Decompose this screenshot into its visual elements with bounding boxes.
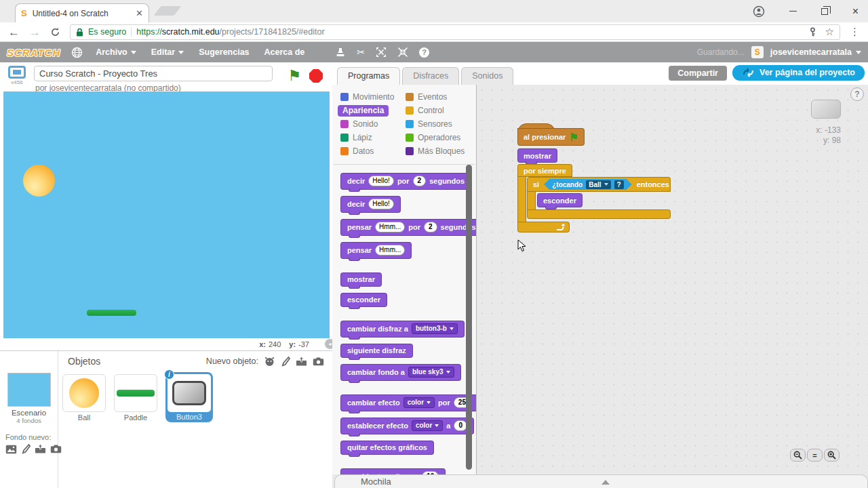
block-por-siempre[interactable]: por siempre	[517, 164, 572, 177]
minimize-icon[interactable]	[789, 11, 797, 12]
sprite-tile-ball[interactable]: Ball	[62, 374, 106, 422]
category-movimiento[interactable]: Movimiento	[340, 90, 406, 104]
block-input[interactable]: Hmm...	[375, 222, 405, 232]
menu-dots-icon[interactable]: ⋮	[850, 26, 860, 38]
category-datos[interactable]: Datos	[340, 144, 406, 158]
block-label: mostrar	[347, 275, 375, 283]
green-flag-icon[interactable]: ⚑	[288, 68, 301, 83]
block-mostrar[interactable]: mostrar	[517, 148, 557, 163]
block-input[interactable]: Hello!	[368, 176, 394, 186]
palette-block[interactable]: establecer efectocolora0	[340, 418, 474, 434]
palette-scrollbar[interactable]	[466, 165, 472, 470]
palette-block[interactable]: mostrar	[340, 272, 382, 287]
palette-block[interactable]: cambiar fondo ablue sky3	[340, 364, 461, 381]
profile-icon[interactable]	[753, 5, 765, 18]
category-control[interactable]: Control	[406, 104, 473, 117]
restore-icon[interactable]	[821, 8, 828, 15]
delete-scissors-icon[interactable]: ✂	[357, 47, 365, 58]
block-input[interactable]: Hmm...	[375, 245, 405, 256]
camera-icon[interactable]	[313, 357, 324, 366]
palette-block[interactable]: siguiente disfraz	[340, 344, 413, 358]
project-title-input[interactable]	[34, 66, 273, 81]
paintbrush-icon[interactable]	[281, 357, 290, 367]
stage[interactable]	[3, 92, 330, 338]
block-si-entonces[interactable]: si ¿tocando Ball ? entonces	[527, 177, 671, 192]
upload-icon[interactable]	[296, 357, 307, 367]
block-dropdown[interactable]: color	[403, 397, 435, 408]
backdrop-library-icon[interactable]	[5, 445, 17, 454]
bookmark-star-icon[interactable]: ☆	[825, 26, 834, 38]
palette-block[interactable]: decirHello!	[340, 196, 401, 213]
address-bar[interactable]: Es seguro https://scratch.mit.edu/projec…	[70, 24, 840, 40]
block-input[interactable]: 2	[413, 176, 427, 186]
menu-sugerencias[interactable]: Sugerencias	[199, 47, 249, 57]
sprite-tile-paddle[interactable]: Paddle	[114, 374, 157, 422]
stage-sprite-ball[interactable]	[23, 165, 55, 197]
fullscreen-button[interactable]: v456	[7, 66, 27, 85]
new-sprite-library-icon[interactable]	[264, 357, 275, 367]
paintbrush-icon[interactable]	[21, 444, 31, 454]
category-sensores[interactable]: Sensores	[406, 117, 473, 131]
account-menu[interactable]: josevicentecarratala	[770, 47, 861, 57]
backpack-bar[interactable]: Mochila	[334, 474, 868, 488]
block-help-icon[interactable]: ?	[419, 47, 429, 58]
category-sonido[interactable]: Sonido	[340, 117, 406, 131]
backpack-expand-icon[interactable]	[601, 480, 610, 485]
close-tab-icon[interactable]: ✕	[136, 8, 143, 18]
block-input[interactable]: 2	[424, 222, 437, 232]
zoom-reset-icon[interactable]: =	[807, 449, 823, 462]
user-avatar-icon[interactable]: S	[751, 46, 764, 58]
category-lápiz[interactable]: Lápiz	[340, 131, 406, 144]
stage-backdrop-tile[interactable]: Escenario 4 fondos	[5, 373, 53, 424]
condition-dropdown[interactable]: Ball	[586, 180, 610, 189]
view-project-page-button[interactable]: Ver página del proyecto	[732, 65, 865, 81]
browser-tab[interactable]: S Untitled-4 on Scratch ✕	[15, 3, 149, 22]
stop-icon[interactable]	[309, 69, 323, 83]
category-operadores[interactable]: Operadores	[406, 131, 473, 144]
zoom-in-icon[interactable]	[824, 449, 840, 462]
info-icon[interactable]: i	[164, 369, 174, 380]
palette-block[interactable]: pensarHmm...	[340, 242, 412, 259]
palette-block[interactable]: decirHello!por2segundos	[340, 173, 471, 190]
scratch-logo[interactable]: SCRATCH	[7, 47, 60, 58]
block-tocando-condition[interactable]: ¿tocando Ball ?	[544, 179, 631, 190]
sprite-tile-button3[interactable]: i Button3	[165, 372, 213, 422]
key-icon[interactable]	[808, 27, 817, 37]
palette-block[interactable]: pensarHmm...por2segundos	[340, 219, 477, 236]
tab-sonidos[interactable]: Sonidos	[461, 67, 513, 85]
block-dropdown[interactable]: button3-b	[412, 323, 458, 334]
upload-icon[interactable]	[35, 444, 46, 454]
block-dropdown[interactable]: color	[412, 420, 443, 431]
back-icon[interactable]: ←	[8, 26, 20, 38]
stage-sprite-paddle[interactable]	[87, 310, 136, 316]
refresh-icon[interactable]	[50, 27, 60, 37]
category-apariencia[interactable]: Apariencia	[340, 104, 406, 117]
shrink-icon[interactable]	[397, 47, 408, 58]
new-tab-button[interactable]	[154, 6, 182, 16]
share-button[interactable]: Compartir	[669, 66, 727, 81]
close-window-icon[interactable]: ×	[852, 5, 859, 18]
forward-icon[interactable]: →	[29, 26, 41, 38]
duplicate-stamp-icon[interactable]	[335, 47, 346, 58]
menu-acerca-de[interactable]: Acerca de	[264, 47, 305, 57]
grow-icon[interactable]	[376, 47, 387, 58]
palette-block[interactable]: cambiar efectocolorpor25	[340, 394, 477, 411]
scripts-area[interactable]: ? x: -133 y: 98 al presionar⚑ mostrar po…	[477, 85, 868, 474]
palette-block[interactable]: cambiar tamaño por10	[340, 468, 446, 474]
block-input[interactable]: Hello!	[368, 199, 394, 209]
block-al-presionar-flag[interactable]: al presionar⚑	[517, 128, 585, 146]
menu-archivo[interactable]: Archivo	[96, 47, 136, 57]
language-globe-icon[interactable]	[71, 47, 83, 58]
help-circle-icon[interactable]: ?	[850, 87, 864, 101]
menu-editar[interactable]: Editar	[151, 47, 184, 57]
palette-block[interactable]: cambiar disfraz abutton3-b	[340, 321, 465, 338]
tab-programas[interactable]: Programas	[337, 67, 400, 85]
block-dropdown[interactable]: blue sky3	[408, 367, 454, 378]
palette-block[interactable]: quitar efectos gráficos	[340, 441, 434, 455]
block-esconder[interactable]: esconder	[537, 193, 583, 207]
category-eventos[interactable]: Eventos	[406, 90, 473, 104]
palette-block[interactable]: esconder	[340, 293, 387, 307]
category-más-bloques[interactable]: Más Bloques	[406, 144, 473, 158]
zoom-out-icon[interactable]	[790, 449, 806, 462]
tab-disfraces[interactable]: Disfraces	[402, 67, 459, 85]
